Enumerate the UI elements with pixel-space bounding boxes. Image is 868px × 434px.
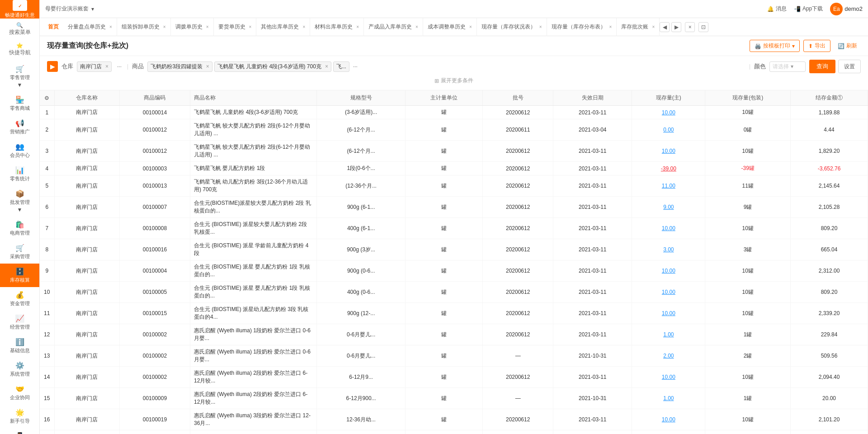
close-tab-8[interactable]: × (469, 24, 472, 29)
close-tab-4[interactable]: × (249, 24, 252, 29)
cell-qty[interactable]: 1.00 (632, 430, 705, 434)
tab-material-out[interactable]: 材料出库单历史 × (310, 18, 364, 36)
tab-next-btn[interactable]: ▶ (671, 22, 681, 32)
sidebar-item-app-center[interactable]: 📱 应用中心 (0, 428, 39, 434)
expand-filter-btn[interactable]: ▶ (47, 61, 58, 72)
query-btn[interactable]: 查询 (809, 60, 835, 73)
cell-code: 00100005 (119, 282, 190, 303)
tab-stock-status[interactable]: 现存量（库存状况表） × (477, 18, 547, 36)
cell-qty[interactable]: 10.00 (632, 303, 705, 324)
sidebar-item-basic-info[interactable]: ℹ️ 基础信息 (0, 334, 39, 358)
tab-home[interactable]: 首页 (43, 18, 63, 36)
cell-spec: 900g (6-1... (317, 197, 406, 218)
close-tab-1[interactable]: × (109, 24, 112, 29)
cell-qty[interactable]: 1.00 (632, 388, 705, 409)
sidebar-item-system[interactable]: ⚙️ 系统管理 (0, 358, 39, 381)
cell-qty[interactable]: 10.00 (632, 409, 705, 430)
tab-product-in[interactable]: 产成品入库单历史 × (364, 18, 423, 36)
product-more-btn[interactable]: ··· (351, 63, 359, 70)
close-tab-9[interactable]: × (539, 24, 542, 29)
template-print-btn[interactable]: 🖨️ 按模板打印 ▾ (750, 40, 800, 52)
tab-cost-adjust[interactable]: 成本调整单历史 × (423, 18, 477, 36)
guide-icon: 🌟 (15, 408, 24, 417)
product-remove-0[interactable]: × (206, 63, 209, 70)
cell-no: 14 (40, 367, 54, 388)
tab-transfer[interactable]: 调拨单历史 × (171, 18, 214, 36)
sidebar-item-retail-mgmt[interactable]: 🛒 零售管理 ▼ (0, 61, 39, 92)
sidebar-search[interactable]: 🔍 搜索菜单 (0, 19, 39, 40)
tab-point-count[interactable]: 分量盘点单历史 × (63, 18, 117, 36)
sidebar-item-ecommerce[interactable]: 🛍️ 电商管理 (0, 217, 39, 240)
export-btn[interactable]: ⬆ 导出 (803, 40, 830, 52)
tab-other-out[interactable]: 其他出库单历史 × (256, 18, 310, 36)
product-remove-1[interactable]: × (325, 63, 328, 70)
cell-qty-pack: 1罐 (705, 430, 791, 434)
cell-no: 10 (40, 282, 54, 303)
sidebar-item-finance[interactable]: 💰 资金管理 (0, 287, 39, 311)
cell-qty[interactable]: 9.00 (632, 197, 705, 218)
cell-code: 00100004 (119, 260, 190, 282)
sidebar-item-collab[interactable]: 🤝 企业协同 (0, 381, 39, 405)
close-tab-6[interactable]: × (356, 24, 359, 29)
cell-qty-pack: 10罐 (705, 282, 791, 303)
sidebar-item-purchase[interactable]: 🛒 采购管理 (0, 240, 39, 264)
col-unit: 主计量单位 (406, 90, 483, 106)
close-tab-10[interactable]: × (609, 24, 612, 29)
cell-expire: 2021-03-11 (553, 409, 632, 430)
cell-qty[interactable]: 3.00 (632, 239, 705, 260)
cell-qty[interactable]: 10.00 (632, 218, 705, 239)
cell-amount: 2,339.20 (791, 303, 868, 324)
close-tab-5[interactable]: × (302, 24, 305, 29)
col-settings[interactable]: ⚙ (40, 90, 54, 106)
sidebar-item-operations[interactable]: 📈 经营管理 (0, 311, 39, 334)
user-profile[interactable]: Ea demo2 (830, 3, 863, 15)
sidebar-item-marketing[interactable]: 📢 营销推广 (0, 115, 39, 139)
sidebar-item-retail-stats[interactable]: 📊 零售统计 (0, 162, 39, 186)
tab-stock-dist[interactable]: 现存量（库存分布表） × (547, 18, 617, 36)
message-btn[interactable]: 🔔 消息 (767, 5, 787, 13)
product-tag-0[interactable]: 飞鹤奶粉3段四罐提装 × (147, 61, 212, 72)
warehouse-filter-tag[interactable]: 南岸门店 × (77, 61, 112, 72)
cell-qty[interactable]: 10.00 (632, 367, 705, 388)
cell-qty[interactable]: 0.00 (632, 119, 705, 141)
tab-expand-btn[interactable]: ⊡ (698, 22, 708, 32)
close-tab-2[interactable]: × (163, 24, 166, 29)
cell-qty[interactable]: 10.00 (632, 260, 705, 282)
close-tab-7[interactable]: × (415, 24, 418, 29)
account-selector[interactable]: 母婴行业演示账套 ▾ (45, 5, 94, 13)
sidebar-item-inventory[interactable]: 🗄️ 库存核算 (0, 264, 39, 287)
tab-stock-batch[interactable]: 库存批次账 × (617, 18, 660, 36)
tab-assembly[interactable]: 组装拆卸单历史 × (117, 18, 171, 36)
tab-close-btn[interactable]: × (685, 22, 695, 32)
cell-code: 00100016 (119, 239, 190, 260)
tab-order[interactable]: 要货单历史 × (214, 18, 257, 36)
refresh-btn[interactable]: 🔄 刷新 (834, 40, 861, 52)
cell-qty[interactable]: 10.00 (632, 282, 705, 303)
sidebar-item-member[interactable]: 👥 会员中心 (0, 139, 39, 162)
close-tab-11[interactable]: × (652, 24, 655, 29)
sidebar-quick-nav[interactable]: ⭐ 快捷导航 (0, 40, 39, 59)
col-batch: 批号 (483, 90, 553, 106)
sidebar-item-retail-mall[interactable]: 🏪 零售商城 (0, 92, 39, 115)
tab-prev-btn[interactable]: ◀ (660, 22, 670, 32)
color-dropdown[interactable]: 请选择 ▾ (769, 61, 806, 72)
cell-qty[interactable]: 2.00 (632, 345, 705, 367)
cell-qty[interactable]: 1.00 (632, 324, 705, 345)
cell-qty[interactable]: -39.00 (632, 162, 705, 175)
app-download-btn[interactable]: 📲 App下载 (794, 5, 823, 13)
warehouse-more-btn[interactable]: ··· (115, 63, 123, 70)
cell-spec: 900g (3岁... (317, 239, 406, 260)
expand-more-btn[interactable]: ⊞ 展开更多条件 (47, 75, 861, 86)
cell-no: 4 (40, 162, 54, 175)
cell-qty[interactable]: 11.00 (632, 175, 705, 197)
sidebar-item-guide[interactable]: 🌟 新手引导 (0, 405, 39, 428)
product-tag-1[interactable]: 飞鹤星飞帆 儿童奶粉 4段(3-6岁适用) 700克 × (214, 61, 331, 72)
close-tab-3[interactable]: × (206, 24, 209, 29)
cell-qty[interactable]: 10.00 (632, 106, 705, 119)
account-dropdown-icon[interactable]: ▾ (91, 6, 94, 12)
settings-btn[interactable]: 设置 (838, 60, 861, 73)
account-name: 母婴行业演示账套 (45, 5, 89, 13)
cell-qty[interactable]: 10.00 (632, 141, 705, 162)
warehouse-remove-btn[interactable]: × (105, 63, 108, 70)
sidebar-item-wholesale[interactable]: 📦 批发管理 ▼ (0, 186, 39, 217)
